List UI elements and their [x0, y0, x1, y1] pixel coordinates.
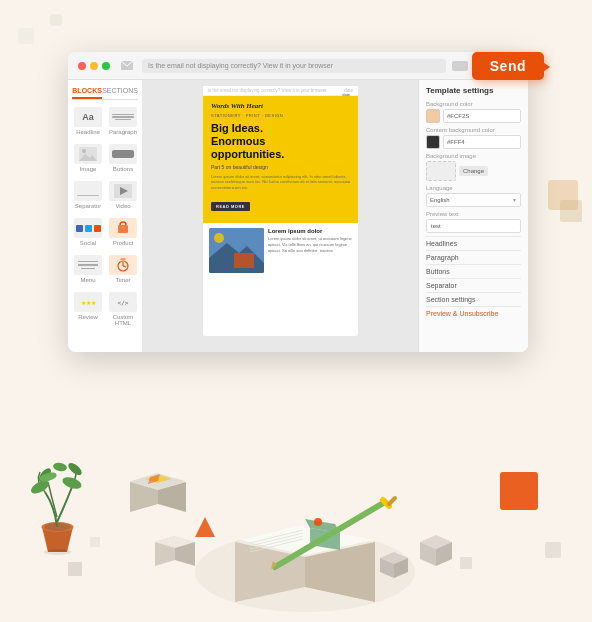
email-col-text: Lorem ipsum dolor Lorem ipsum dolor sit …: [268, 228, 352, 273]
send-arrow-decoration: [540, 60, 550, 74]
svg-point-49: [52, 462, 67, 472]
bg-color-input[interactable]: #FCF2S: [443, 109, 521, 123]
content-bg-input[interactable]: #FFF4: [443, 135, 521, 149]
svg-marker-32: [380, 558, 394, 578]
svg-rect-40: [545, 542, 561, 558]
divider-6: [426, 306, 521, 307]
menu-icon: [74, 255, 102, 275]
nav-btn-1[interactable]: [452, 61, 468, 71]
block-menu[interactable]: Menu: [72, 252, 104, 286]
block-timer[interactable]: Timer: [107, 252, 139, 286]
svg-marker-36: [436, 542, 452, 566]
content-bg-row: #FFF4: [426, 135, 521, 149]
block-review[interactable]: ★★★ Review: [72, 289, 104, 329]
social-label: Social: [80, 240, 96, 246]
sidebar-right: Template settings Background color #FCF2…: [418, 80, 528, 352]
svg-marker-29: [175, 542, 195, 566]
svg-line-18: [383, 500, 389, 506]
svg-rect-57: [118, 225, 128, 233]
email-icon: [120, 59, 134, 73]
settings-link-headlines[interactable]: Headlines: [426, 240, 521, 247]
svg-marker-26: [148, 474, 160, 484]
preview-text-input[interactable]: test: [426, 219, 521, 233]
review-label: Review: [78, 314, 98, 320]
svg-line-10: [250, 530, 303, 543]
svg-marker-9: [240, 525, 373, 555]
settings-link-preview-unsubscribe[interactable]: Preview & Unsubscribe: [426, 310, 521, 317]
minimize-dot[interactable]: [90, 62, 98, 70]
image-icon: [74, 144, 102, 164]
timer-label: Timer: [115, 277, 130, 283]
image-label: Image: [80, 166, 97, 172]
tab-sections[interactable]: SECTIONS: [102, 84, 138, 99]
bg-color-label: Background color: [426, 101, 521, 107]
menu-label: Menu: [80, 277, 95, 283]
svg-marker-7: [235, 527, 375, 557]
block-video[interactable]: Video: [107, 178, 139, 212]
email-preview-hint: is the email not displaying correctly? V…: [208, 88, 327, 93]
email-two-col: Lorem ipsum dolor Lorem ipsum dolor sit …: [203, 223, 358, 278]
svg-marker-35: [420, 542, 436, 566]
email-subtitle: Part 5 on beautiful design: [211, 164, 350, 170]
custom-html-label: Custom HTML: [109, 314, 137, 326]
svg-rect-4: [560, 200, 582, 222]
settings-link-section[interactable]: Section settings: [426, 296, 521, 303]
read-more-button[interactable]: READ MORE: [211, 202, 250, 211]
svg-point-47: [66, 461, 83, 477]
custom-html-icon: </>: [109, 292, 137, 312]
svg-point-5: [195, 532, 415, 612]
email-logo: Words With Heart: [211, 102, 283, 110]
address-bar: Is the email not displaying correctly? V…: [142, 59, 446, 73]
svg-rect-1: [18, 28, 34, 44]
svg-rect-38: [68, 562, 82, 576]
settings-link-separator[interactable]: Separator: [426, 282, 521, 289]
block-headline[interactable]: Aa Headline: [72, 104, 104, 138]
svg-line-11: [250, 533, 303, 546]
block-custom-html[interactable]: </> Custom HTML: [107, 289, 139, 329]
settings-link-buttons[interactable]: Buttons: [426, 268, 521, 275]
block-separator[interactable]: Separator: [72, 178, 104, 212]
change-image-button[interactable]: Change: [459, 166, 488, 176]
language-select[interactable]: English ▼: [426, 193, 521, 207]
video-label: Video: [115, 203, 130, 209]
svg-marker-34: [420, 535, 452, 549]
maximize-dot[interactable]: [102, 62, 110, 70]
settings-link-paragraph[interactable]: Paragraph: [426, 254, 521, 261]
send-button[interactable]: Send: [472, 52, 544, 80]
svg-marker-31: [380, 552, 408, 564]
block-buttons[interactable]: Buttons: [107, 141, 139, 175]
svg-line-20: [389, 498, 395, 504]
block-image[interactable]: Image: [72, 141, 104, 175]
block-product[interactable]: Product: [107, 215, 139, 249]
svg-marker-28: [155, 536, 195, 548]
divider-1: [426, 236, 521, 237]
svg-marker-23: [158, 482, 186, 512]
settings-title: Template settings: [426, 86, 521, 95]
main-content: BLOCKS SECTIONS Aa Headline Paragraph: [68, 80, 528, 352]
block-social[interactable]: Social: [72, 215, 104, 249]
language-select-arrow: ▼: [512, 197, 517, 203]
tab-blocks[interactable]: BLOCKS: [72, 84, 102, 99]
product-label: Product: [113, 240, 134, 246]
email-preview: is the email not displaying correctly? V…: [143, 80, 418, 352]
block-grid: Aa Headline Paragraph Image: [72, 104, 138, 329]
buttons-icon: [109, 144, 137, 164]
email-date: date: [342, 92, 350, 97]
svg-point-64: [214, 233, 224, 243]
headline-label: Headline: [76, 129, 100, 135]
close-dot[interactable]: [78, 62, 86, 70]
content-bg-swatch[interactable]: [426, 135, 440, 149]
paragraph-label: Paragraph: [109, 129, 137, 135]
bg-color-swatch[interactable]: [426, 109, 440, 123]
svg-line-60: [123, 266, 126, 267]
app-window: Is the email not displaying correctly? V…: [68, 52, 528, 352]
block-paragraph[interactable]: Paragraph: [107, 104, 139, 138]
paragraph-icon: [109, 107, 137, 127]
svg-point-16: [314, 518, 322, 526]
svg-marker-21: [130, 474, 158, 512]
review-icon: ★★★: [74, 292, 102, 312]
divider-4: [426, 278, 521, 279]
social-icon: [74, 218, 102, 238]
email-yellow-section: Words With Heart STATIONERY · PRINT · DE…: [203, 96, 358, 223]
separator-icon: [74, 181, 102, 201]
